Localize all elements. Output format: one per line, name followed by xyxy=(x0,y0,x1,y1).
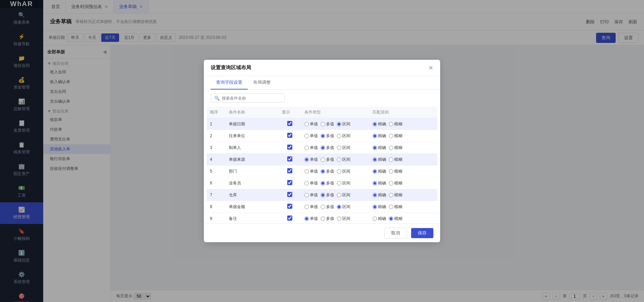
show-checkbox[interactable] xyxy=(287,192,292,197)
show-checkbox[interactable] xyxy=(287,156,292,161)
cell-name: 单据日期 xyxy=(225,118,278,130)
table-row: 2往来单位 单值 多值 区间 精确 模糊 xyxy=(207,130,437,142)
cell-match: 精确 模糊 xyxy=(369,130,437,142)
cell-show[interactable] xyxy=(278,189,301,201)
cell-order: 1 xyxy=(207,118,225,130)
dialog-save-button[interactable]: 保存 xyxy=(411,228,433,238)
cell-name: 制单人 xyxy=(225,142,278,154)
cell-order: 6 xyxy=(207,177,225,189)
show-checkbox[interactable] xyxy=(287,216,292,221)
table-row: 9备注 单值 多值 区间 精确 模糊 xyxy=(207,213,437,224)
cell-name: 业务员 xyxy=(225,177,278,189)
cell-type: 单值 多值 区间 xyxy=(301,130,369,142)
cell-order: 8 xyxy=(207,201,225,213)
col-header-name: 条件名称 xyxy=(225,107,278,118)
cell-order: 9 xyxy=(207,213,225,224)
cell-show[interactable] xyxy=(278,201,301,213)
search-input-wrapper: 🔍 xyxy=(211,94,285,103)
col-header-show: 显示 xyxy=(278,107,301,118)
show-checkbox[interactable] xyxy=(287,168,292,173)
search-icon: 🔍 xyxy=(214,96,220,101)
show-checkbox[interactable] xyxy=(287,133,292,138)
table-row: 7仓库 单值 多值 区间 精确 模糊 xyxy=(207,189,437,201)
show-checkbox[interactable] xyxy=(287,180,292,185)
search-input[interactable] xyxy=(222,96,281,101)
settings-dialog: 设置查询区域布局 ✕ 查询字段设置布局调整 🔍 顺序 条件名称 显示 条件类型 xyxy=(204,60,440,242)
cell-match: 精确 模糊 xyxy=(369,213,437,224)
show-checkbox[interactable] xyxy=(287,145,292,150)
cell-name: 备注 xyxy=(225,213,278,224)
cell-type: 单值 多值 区间 xyxy=(301,118,369,130)
cell-type: 单值 多值 区间 xyxy=(301,213,369,224)
dialog-tab-布局调整[interactable]: 布局调整 xyxy=(248,76,276,90)
cell-name: 部门 xyxy=(225,166,278,177)
cell-type: 单值 多值 区间 xyxy=(301,166,369,177)
cell-show[interactable] xyxy=(278,154,301,166)
cell-show[interactable] xyxy=(278,213,301,224)
dialog-tab-查询字段设置[interactable]: 查询字段设置 xyxy=(211,76,248,90)
show-checkbox[interactable] xyxy=(287,121,292,126)
dialog-tabs: 查询字段设置布局调整 xyxy=(204,76,440,90)
cell-show[interactable] xyxy=(278,118,301,130)
col-header-match: 匹配原则 xyxy=(369,107,437,118)
cancel-button[interactable]: 取消 xyxy=(384,228,407,238)
cell-show[interactable] xyxy=(278,177,301,189)
cell-order: 4 xyxy=(207,154,225,166)
cell-match: 精确 模糊 xyxy=(369,142,437,154)
cell-order: 7 xyxy=(207,189,225,201)
cell-type: 单值 多值 区间 xyxy=(301,201,369,213)
cell-name: 单据金额 xyxy=(225,201,278,213)
cell-show[interactable] xyxy=(278,166,301,177)
table-row: 3制单人 单值 多值 区间 精确 模糊 xyxy=(207,142,437,154)
cell-match: 精确 模糊 xyxy=(369,177,437,189)
table-row: 8单据金额 单值 多值 区间 精确 模糊 xyxy=(207,201,437,213)
cell-show[interactable] xyxy=(278,130,301,142)
cell-name: 单据来源 xyxy=(225,154,278,166)
cell-order: 2 xyxy=(207,130,225,142)
dialog-footer: 取消 保存 xyxy=(204,223,440,242)
col-header-type: 条件类型 xyxy=(301,107,369,118)
cell-match: 精确 模糊 xyxy=(369,154,437,166)
dialog-title: 设置查询区域布局 xyxy=(211,65,428,71)
dialog-table-wrapper: 顺序 条件名称 显示 条件类型 匹配原则 1单据日期 单值 多值 区间 精确 模… xyxy=(204,107,440,223)
show-checkbox[interactable] xyxy=(287,204,292,209)
cell-type: 单值 多值 区间 xyxy=(301,177,369,189)
table-row: 1单据日期 单值 多值 区间 精确 模糊 xyxy=(207,118,437,130)
cell-name: 仓库 xyxy=(225,189,278,201)
modal-overlay: 设置查询区域布局 ✕ 查询字段设置布局调整 🔍 顺序 条件名称 显示 条件类型 xyxy=(0,0,644,302)
cell-match: 精确 模糊 xyxy=(369,166,437,177)
conditions-table: 顺序 条件名称 显示 条件类型 匹配原则 1单据日期 单值 多值 区间 精确 模… xyxy=(207,107,437,223)
table-row: 5部门 单值 多值 区间 精确 模糊 xyxy=(207,166,437,177)
cell-name: 往来单位 xyxy=(225,130,278,142)
cell-match: 精确 模糊 xyxy=(369,118,437,130)
cell-type: 单值 多值 区间 xyxy=(301,154,369,166)
cell-match: 精确 模糊 xyxy=(369,201,437,213)
dialog-close-button[interactable]: ✕ xyxy=(428,64,433,72)
cell-type: 单值 多值 区间 xyxy=(301,189,369,201)
cell-show[interactable] xyxy=(278,142,301,154)
cell-order: 5 xyxy=(207,166,225,177)
col-header-order: 顺序 xyxy=(207,107,225,118)
dialog-header: 设置查询区域布局 ✕ xyxy=(204,60,440,76)
cell-order: 3 xyxy=(207,142,225,154)
table-row: 6业务员 单值 多值 区间 精确 模糊 xyxy=(207,177,437,189)
dialog-search-area: 🔍 xyxy=(204,90,440,107)
cell-match: 精确 模糊 xyxy=(369,189,437,201)
cell-type: 单值 多值 区间 xyxy=(301,142,369,154)
table-row: 4单据来源 单值 多值 区间 精确 模糊 xyxy=(207,154,437,166)
